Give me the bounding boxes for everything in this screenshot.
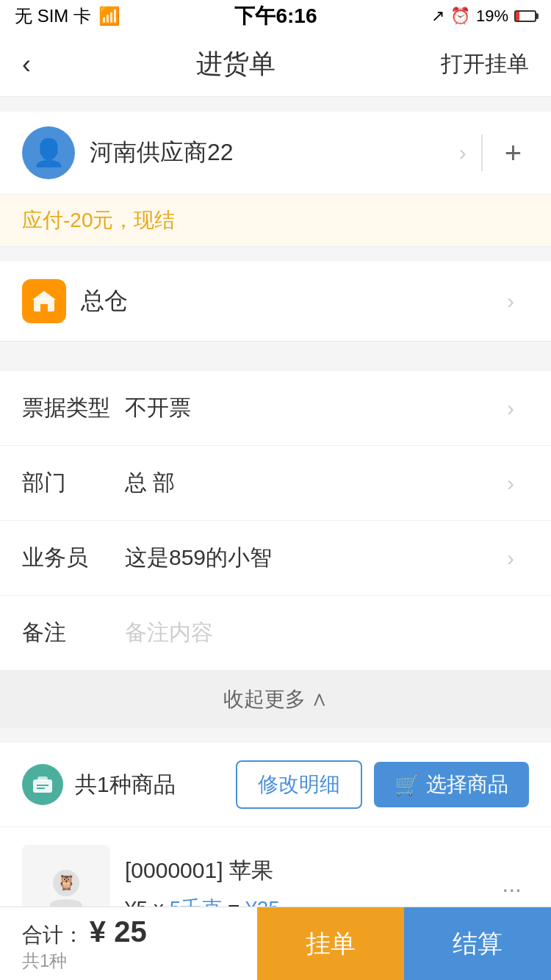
gap-2 [0, 247, 551, 262]
edit-detail-button[interactable]: 修改明细 [236, 760, 362, 809]
salesperson-label: 业务员 [22, 543, 125, 573]
checkout-button[interactable]: 结算 [404, 907, 551, 981]
salesperson-row[interactable]: 业务员 这是859的小智 › [0, 521, 551, 596]
svg-marker-1 [32, 291, 56, 300]
warehouse-section: 总仓 › [0, 262, 551, 342]
battery-icon [514, 10, 536, 22]
gap-3 [0, 342, 551, 356]
select-product-icon: 🛒 [395, 773, 420, 797]
products-header: 共1种商品 修改明细 🛒 选择商品 [0, 743, 551, 827]
remark-row[interactable]: 备注 备注内容 [0, 596, 551, 671]
warehouse-chevron-icon: › [507, 289, 514, 314]
avatar-icon: 👤 [32, 137, 65, 168]
supplier-section: 👤 河南供应商22 › + 应付-20元，现结 [0, 112, 551, 247]
supplier-avatar: 👤 [22, 126, 75, 179]
open-hang-button[interactable]: 打开挂单 [441, 49, 529, 79]
total-amount: ¥ 25 [90, 915, 147, 948]
hang-button[interactable]: 挂单 [257, 907, 404, 981]
invoice-type-chevron-icon: › [507, 396, 514, 421]
select-product-button[interactable]: 🛒 选择商品 [374, 762, 529, 807]
location-icon: ↗ [431, 7, 444, 26]
battery-label: 19% [476, 7, 508, 26]
alarm-icon: ⏰ [450, 7, 470, 26]
svg-rect-4 [37, 777, 48, 781]
alert-banner: 应付-20元，现结 [0, 195, 551, 247]
status-left: 无 SIM 卡 📶 [15, 4, 120, 28]
select-product-label: 选择商品 [426, 771, 508, 799]
collapse-label: 收起更多 ∧ [223, 685, 328, 713]
invoice-type-row[interactable]: 票据类型 不开票 › [0, 371, 551, 446]
svg-text:🦉: 🦉 [57, 873, 76, 891]
product-count-icon [22, 764, 63, 805]
salesperson-chevron-icon: › [507, 546, 514, 571]
department-label: 部门 [22, 468, 125, 498]
status-right: ↗ ⏰ 19% [431, 7, 536, 26]
supplier-name: 河南供应商22 [90, 137, 459, 169]
status-time: 下午6:16 [234, 2, 317, 30]
product-count-text: 共1种商品 [75, 770, 236, 800]
product-name: [0000001] 苹果 [125, 856, 494, 886]
carrier-label: 无 SIM 卡 [15, 4, 91, 28]
warehouse-name: 总仓 [81, 285, 507, 317]
department-value: 总 部 [125, 468, 507, 498]
gap-1 [0, 97, 551, 112]
product-more-button[interactable]: ··· [494, 868, 529, 910]
total-row: 合计： ¥ 25 [22, 915, 235, 949]
bottom-bar: 合计： ¥ 25 共1种 挂单 结算 [0, 907, 551, 980]
invoice-type-label: 票据类型 [22, 393, 125, 423]
supplier-chevron-icon: › [459, 140, 467, 165]
svg-rect-2 [40, 304, 48, 311]
supplier-divider [481, 134, 483, 171]
remark-label: 备注 [22, 618, 125, 648]
warehouse-icon [22, 279, 66, 323]
wifi-icon: 📶 [98, 6, 120, 26]
total-count: 共1种 [22, 949, 235, 973]
total-section: 合计： ¥ 25 共1种 [0, 915, 257, 973]
department-row[interactable]: 部门 总 部 › [0, 446, 551, 521]
remark-input[interactable]: 备注内容 [125, 618, 529, 648]
salesperson-value: 这是859的小智 [125, 543, 507, 573]
invoice-type-value: 不开票 [125, 393, 507, 423]
form-section: 票据类型 不开票 › 部门 总 部 › 业务员 这是859的小智 › 备注 备注… [0, 371, 551, 671]
nav-bar: ‹ 进货单 打开挂单 [0, 32, 551, 97]
product-title: 苹果 [229, 858, 273, 882]
product-code: [0000001] [125, 858, 223, 882]
page-title: 进货单 [196, 46, 276, 82]
supplier-row[interactable]: 👤 河南供应商22 › + [0, 112, 551, 195]
status-bar: 无 SIM 卡 📶 下午6:16 ↗ ⏰ 19% [0, 0, 551, 32]
department-chevron-icon: › [507, 471, 514, 496]
add-supplier-button[interactable]: + [497, 129, 529, 177]
total-label: 合计： [22, 923, 84, 946]
alert-text: 应付-20元，现结 [22, 209, 175, 231]
collapse-row[interactable]: 收起更多 ∧ [0, 671, 551, 728]
warehouse-row[interactable]: 总仓 › [0, 262, 551, 342]
back-button[interactable]: ‹ [22, 49, 31, 80]
